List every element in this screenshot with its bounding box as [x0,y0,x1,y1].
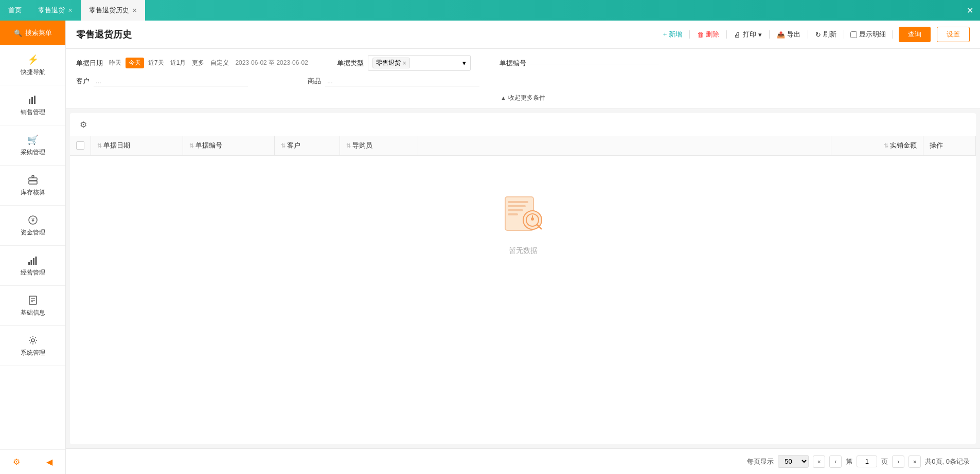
sidebar-item-system[interactable]: 系统管理 [0,326,65,366]
page-header: 零售退货历史 + 新增 🗑 删除 🖨 打印 ▾ 📤 导出 [66,21,980,49]
svg-point-17 [31,339,34,342]
customer-label: 客户 [76,77,90,86]
doc-type-select[interactable]: 零售退货 × ▾ [368,55,471,71]
svg-rect-1 [31,97,33,104]
tab-home[interactable]: 首页 [0,0,30,21]
sidebar: 🔍 搜索菜单 ⚡ 快捷导航 销售管理 🛒 采购管理 库存核算 ¥ [0,21,66,474]
sidebar-item-sales-mgmt[interactable]: 销售管理 [0,85,65,125]
basic-info-icon [27,294,39,306]
customer-filter: 客户 ... [76,76,248,86]
pagination: 每页显示 50 20 100 « ‹ 第 页 › » 共0页, 0条记录 [66,448,980,474]
goods-filter: 商品 ... [308,76,479,86]
empty-icon [497,187,549,238]
col-guide[interactable]: 导购员 [340,136,418,156]
refresh-button[interactable]: ↻ 刷新 [814,28,838,41]
settings-bottom-icon[interactable]: ⚙ [13,457,20,467]
svg-rect-12 [35,257,37,265]
page-first-button[interactable]: « [813,455,825,468]
tab-retail-return-history-label: 零售退货历史 [89,6,129,15]
date-btn-today[interactable]: 今天 [126,58,144,68]
show-detail-check[interactable] [850,31,857,38]
doc-type-dropdown-icon: ▾ [462,59,466,67]
date-buttons: 昨天 今天 近7天 近1月 更多 自定义 [107,58,231,68]
customer-input[interactable]: ... [94,76,248,86]
sidebar-item-purchase-label: 采购管理 [21,148,45,157]
operations-icon [27,254,39,266]
export-button[interactable]: 📤 导出 [776,28,801,41]
table-area: ⚙ 单据日期 单据编号 客户 导购员 实销 [70,113,976,444]
col-amount[interactable]: 实销金额 [831,136,923,156]
top-bar: 首页 零售退货 ✕ 零售退货历史 ✕ ✕ [0,0,980,21]
content-area: 零售退货历史 + 新增 🗑 删除 🖨 打印 ▾ 📤 导出 [66,21,980,474]
doc-no-label: 单据编号 [500,59,526,68]
system-icon [27,334,39,347]
print-icon: 🖨 [734,31,741,39]
sidebar-item-basic-info[interactable]: 基础信息 [0,286,65,326]
svg-rect-11 [33,258,34,265]
sidebar-item-quick-nav[interactable]: ⚡ 快捷导航 [0,45,65,85]
page-size-select[interactable]: 50 20 100 [778,455,809,468]
page-last-button[interactable]: » [908,455,921,468]
col-date[interactable]: 单据日期 [91,136,183,156]
tab-retail-return-close[interactable]: ✕ [68,7,73,14]
tab-retail-return-history[interactable]: 零售退货历史 ✕ [81,0,145,21]
tab-retail-return-history-close[interactable]: ✕ [132,7,137,14]
divider-5 [844,30,844,39]
window-close-button[interactable]: ✕ [959,0,980,21]
export-label: 导出 [787,30,800,39]
new-button[interactable]: + 新增 [662,28,683,41]
collapse-row: ▲ 收起更多条件 [76,92,970,102]
page-label: 第 [846,457,852,466]
filter-row-2: 客户 ... 商品 ... [76,76,970,86]
divider-6 [892,30,893,39]
delete-button[interactable]: 🗑 删除 [696,28,720,41]
table-settings-button[interactable]: ⚙ [76,117,91,132]
tab-retail-return[interactable]: 零售退货 ✕ [30,0,81,21]
divider-2 [726,30,727,39]
svg-text:¥: ¥ [31,217,34,223]
sidebar-search[interactable]: 🔍 搜索菜单 [0,21,65,45]
query-button[interactable]: 查询 [899,27,931,42]
goods-input[interactable]: ... [325,76,479,86]
date-btn-1month[interactable]: 近1月 [168,58,188,68]
sidebar-item-basic-info-label: 基础信息 [21,308,45,317]
goods-label: 商品 [308,77,321,86]
table-scroll[interactable]: 单据日期 单据编号 客户 导购员 实销金额 操作 [70,136,976,444]
sidebar-item-inventory[interactable]: 库存核算 [0,166,65,206]
total-info: 共0页, 0条记录 [925,457,970,466]
customer-placeholder: ... [96,77,101,85]
purchase-icon: 🛒 [27,134,39,146]
divider-4 [808,30,808,39]
collapse-label: 收起更多条件 [508,94,545,102]
col-doc-no[interactable]: 单据编号 [183,136,275,156]
filter-area: 单据日期 昨天 今天 近7天 近1月 更多 自定义 2023-06-02 至 2… [66,49,980,109]
print-dropdown-icon: ▾ [758,31,762,39]
svg-rect-22 [508,213,518,215]
sidebar-item-operations[interactable]: 经营管理 [0,246,65,286]
settings-button[interactable]: 设置 [937,27,970,42]
page-prev-button[interactable]: ‹ [829,455,842,468]
data-table: 单据日期 单据编号 客户 导购员 实销金额 操作 [70,136,976,156]
date-btn-more[interactable]: 更多 [190,58,206,68]
page-size-label: 每页显示 [747,457,774,466]
date-btn-7days[interactable]: 近7天 [146,58,166,68]
page-number-input[interactable] [857,455,877,467]
empty-state: 暂无数据 [70,156,976,286]
sidebar-item-finance[interactable]: ¥ 资金管理 [0,206,65,246]
collapse-button[interactable]: ▲ 收起更多条件 [501,94,546,102]
doc-type-tag-remove[interactable]: × [403,60,406,67]
col-customer[interactable]: 客户 [275,136,340,156]
tab-retail-return-label: 零售退货 [38,6,65,15]
print-button[interactable]: 🖨 打印 ▾ [733,28,763,41]
col-spacer [418,136,831,156]
date-btn-custom[interactable]: 自定义 [208,58,231,68]
collapse-sidebar-icon[interactable]: ◀ [46,457,52,467]
date-range-display[interactable]: 2023-06-02 至 2023-06-02 [235,59,308,67]
page-next-button[interactable]: › [892,455,904,468]
sidebar-item-purchase-mgmt[interactable]: 🛒 采购管理 [0,125,65,166]
select-all-checkbox[interactable] [76,141,84,150]
show-detail-checkbox[interactable]: 显示明细 [850,30,886,39]
table-checkbox-col [70,136,91,156]
doc-no-input[interactable] [530,62,659,64]
date-btn-yesterday[interactable]: 昨天 [107,58,123,68]
